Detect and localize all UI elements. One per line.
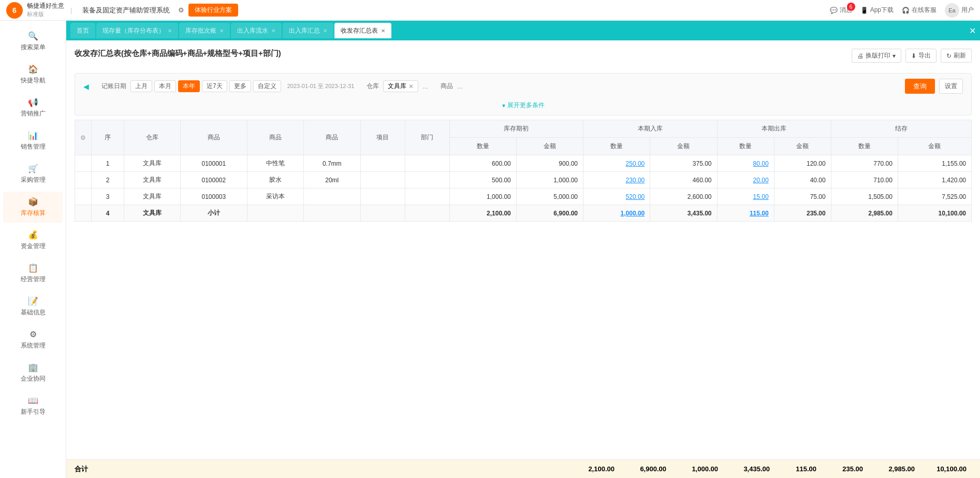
tab-home[interactable]: 首页	[70, 23, 95, 38]
query-button[interactable]: 查询	[905, 79, 935, 94]
sidebar-item-system[interactable]: ⚙ 系统管理	[3, 324, 63, 355]
row3-dept	[405, 189, 449, 205]
row1-no: 1	[92, 155, 124, 172]
footer-out-amt: 235.00	[822, 465, 868, 473]
date-btn-7days[interactable]: 近7天	[202, 80, 227, 92]
sidebar-item-search-menu[interactable]: 🔍 搜索菜单	[3, 26, 63, 57]
tab-inout-summary-close[interactable]: ✕	[323, 28, 327, 34]
row2-in-qty[interactable]: 230.00	[583, 172, 650, 189]
row3-out-qty[interactable]: 15.00	[717, 189, 774, 205]
sidebar-item-inventory[interactable]: 📦 库存核算	[3, 192, 63, 223]
online-service-label: 在线客服	[912, 6, 937, 15]
table-row: 1 文具库 0100001 中性笔 0.7mm 600.00 900.00 25…	[75, 155, 972, 172]
system-title: 装备及固定资产辅助管理系统	[82, 6, 170, 15]
row2-name: 胶水	[247, 172, 303, 189]
warehouse-filter-group: 仓库 文具库 ✕ ...	[367, 80, 428, 92]
app-download-label: App下载	[870, 6, 894, 15]
sidebar-item-basic-info[interactable]: 📝 基础信息	[3, 291, 63, 322]
row1-out-qty[interactable]: 80.00	[717, 155, 774, 172]
search-icon: 🔍	[28, 31, 38, 41]
date-btn-this-month[interactable]: 本月	[154, 80, 176, 92]
sidebar-item-marketing[interactable]: 📢 营销推广	[3, 92, 63, 123]
footer-in-amt: 3,435.00	[723, 465, 775, 473]
tab-inout-flow[interactable]: 出入库流水 ✕	[231, 23, 282, 38]
settings-button[interactable]: 设置	[939, 79, 963, 94]
top-bar-left: 6 畅捷通好生意 标准版 | 装备及固定资产辅助管理系统 ⚙ 体验行业方案	[6, 2, 238, 19]
subtotal-in-amt: 3,435.00	[650, 205, 717, 222]
row3-in-qty[interactable]: 520.00	[583, 189, 650, 205]
tab-batch[interactable]: 库存批次账 ✕	[179, 23, 230, 38]
sidebar-item-finance[interactable]: 💰 资金管理	[3, 225, 63, 256]
marketing-icon: 📢	[28, 97, 38, 107]
sidebar-label: 库存核算	[21, 209, 46, 218]
messages-item[interactable]: 💬 消息 6	[830, 6, 852, 15]
sidebar-label: 基础信息	[21, 308, 46, 317]
warehouse-more-dots[interactable]: ...	[422, 82, 428, 90]
col-opening-group-header: 库存期初	[449, 120, 583, 138]
row3-name: 采访本	[247, 189, 303, 205]
row2-out-qty[interactable]: 20.00	[717, 172, 774, 189]
row1-out-amt: 120.00	[774, 155, 831, 172]
row2-project	[360, 172, 405, 189]
row3-open-amt: 5,000.00	[516, 189, 583, 205]
tab-inout-flow-close[interactable]: ✕	[271, 28, 275, 34]
export-button[interactable]: ⬇ 导出	[905, 49, 937, 63]
row3-project	[360, 189, 405, 205]
tab-stock-dist[interactable]: 现存量（库存分布表） ✕	[96, 23, 178, 38]
footer-bal-qty: 2,985.00	[868, 465, 920, 473]
online-service-item[interactable]: 🎧 在线客服	[902, 6, 937, 15]
sidebar-label: 资金管理	[21, 242, 46, 251]
user-avatar: Ea	[945, 3, 959, 18]
app-download-item[interactable]: 📱 App下载	[860, 6, 894, 15]
row3-bal-qty: 1,505.00	[831, 189, 898, 205]
row3-in-amt: 2,600.00	[650, 189, 717, 205]
subtotal-in-qty[interactable]: 1,000.00	[583, 205, 650, 222]
basic-info-icon: 📝	[28, 296, 38, 306]
sidebar-label: 快捷导航	[21, 76, 46, 85]
warehouse-filter-label: 仓库	[367, 82, 379, 91]
tab-inout-summary[interactable]: 出入库汇总 ✕	[283, 23, 333, 38]
col-code-header: 商品	[180, 120, 247, 155]
tab-bar-close-icon[interactable]: ✕	[969, 26, 976, 36]
date-btn-this-year[interactable]: 本年	[178, 80, 200, 92]
page-title: 收发存汇总表(按仓库+商品编码+商品+规格型号+项目+部门)	[75, 49, 281, 59]
date-btn-last-month[interactable]: 上月	[130, 80, 152, 92]
table-settings-gear-icon[interactable]: ⚙	[80, 134, 86, 141]
tab-collect-summary[interactable]: 收发存汇总表 ✕	[334, 23, 391, 38]
expand-conditions-button[interactable]: ▾ 展开更多条件	[502, 101, 545, 110]
sidebar-item-operations[interactable]: 📋 经营管理	[3, 258, 63, 289]
refresh-button[interactable]: ↻ 刷新	[941, 49, 972, 63]
sidebar-item-purchase[interactable]: 🛒 采购管理	[3, 158, 63, 190]
warehouse-tag-close-icon[interactable]: ✕	[408, 83, 414, 90]
trial-button[interactable]: 体验行业方案	[188, 4, 238, 17]
tab-stock-dist-close[interactable]: ✕	[168, 28, 172, 34]
date-btn-more[interactable]: 更多	[229, 80, 251, 92]
sidebar-item-enterprise[interactable]: 🏢 企业协同	[3, 357, 63, 388]
sidebar-item-sales[interactable]: 📊 销售管理	[3, 125, 63, 156]
col-bal-amt-header: 金额	[898, 138, 971, 155]
print-label: 换版打印	[866, 51, 890, 60]
row1-settings-cell	[75, 155, 92, 172]
filter-collapse-icon[interactable]: ◀	[83, 82, 89, 91]
row2-code: 0100002	[180, 172, 247, 189]
sidebar: 🔍 搜索菜单 🏠 快捷导航 📢 营销推广 📊 销售管理 🛒 采购管理 📦 库存核…	[0, 21, 66, 478]
col-out-qty-header: 数量	[717, 138, 774, 155]
subtotal-settings-cell	[75, 205, 92, 222]
subtotal-out-qty[interactable]: 115.00	[717, 205, 774, 222]
tab-batch-close[interactable]: ✕	[220, 28, 224, 34]
row1-in-qty[interactable]: 250.00	[583, 155, 650, 172]
user-item[interactable]: Ea 用户	[945, 3, 974, 18]
sidebar-item-quick-nav[interactable]: 🏠 快捷导航	[3, 59, 63, 90]
warehouse-tag[interactable]: 文具库 ✕	[383, 80, 418, 92]
goods-more-dots[interactable]: ...	[457, 82, 463, 90]
tab-collect-summary-close[interactable]: ✕	[381, 28, 385, 34]
refresh-label: 刷新	[954, 51, 966, 60]
row3-settings-cell	[75, 189, 92, 205]
subtotal-bal-qty: 2,985.00	[831, 205, 898, 222]
sidebar-item-guide[interactable]: 📖 新手引导	[3, 390, 63, 422]
date-btn-custom[interactable]: 自定义	[253, 80, 281, 92]
page-content: 收发存汇总表(按仓库+商品编码+商品+规格型号+项目+部门) 🖨 换版打印 ▾ …	[66, 40, 980, 459]
headset-icon: 🎧	[902, 7, 910, 14]
print-button[interactable]: 🖨 换版打印 ▾	[852, 49, 901, 63]
settings-gear-icon[interactable]: ⚙	[178, 6, 184, 14]
